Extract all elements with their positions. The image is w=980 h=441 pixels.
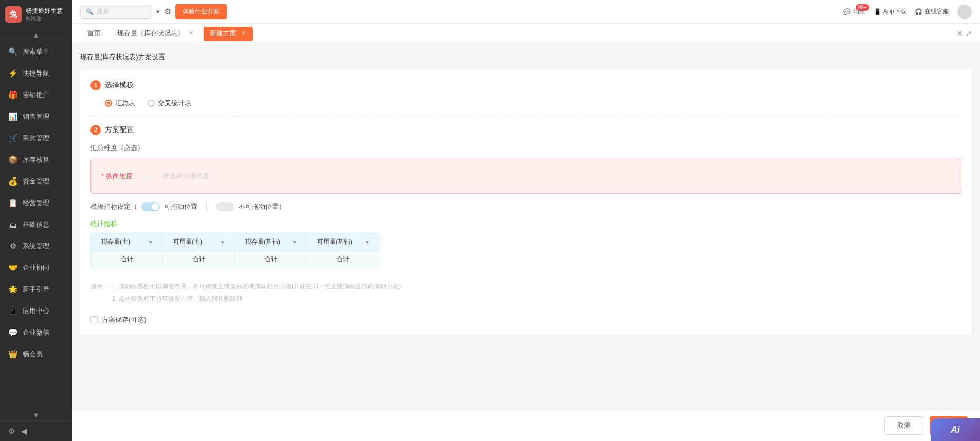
cancel-button[interactable]: 取消 [884, 416, 923, 435]
tab-inventory-close[interactable]: ✕ [187, 30, 194, 37]
ai-button[interactable]: Ai [931, 418, 980, 441]
sidebar-label-sales: 销售管理 [23, 112, 49, 121]
sidebar-item-enterprise-wechat[interactable]: 💬 企业微信 [0, 322, 72, 343]
sidebar-icon-search-menu: 🔍 [8, 47, 17, 57]
dimension-dash: —— [141, 173, 154, 180]
sidebar-label-base-info: 基础信息 [23, 220, 49, 229]
sidebar-header: 兔 畅捷通好生意 标准版 [0, 0, 72, 29]
stats-col-4-label: 可用量(基辅) [317, 237, 352, 246]
sidebar-item-vip[interactable]: 👑 畅会员 [0, 343, 72, 365]
save-checkbox[interactable] [90, 316, 98, 323]
service-label: 在线客服 [924, 7, 949, 16]
collapse-icon[interactable]: ◀ [21, 427, 27, 436]
sidebar-label-vip: 畅会员 [23, 350, 43, 359]
tab-new-scheme[interactable]: 新建方案 ✕ [204, 27, 253, 41]
template-radio-group: 汇总表 交叉统计表 [105, 99, 961, 108]
message-button[interactable]: 💬 消息 99+ [843, 7, 865, 16]
stats-label: 统计指标 [90, 219, 961, 229]
sidebar-item-finance[interactable]: 💰 资金管理 [0, 171, 72, 192]
sidebar-icon-base-info: 🗂 [8, 220, 17, 229]
radio-cross[interactable]: 交叉统计表 [148, 99, 191, 108]
stats-col-2-value: 合计 [163, 251, 235, 268]
topbar-gear-icon[interactable]: ⚙ [164, 7, 171, 16]
stats-body-row: 合计 合计 合计 合计 [91, 250, 379, 268]
app-download-button[interactable]: 📱 App下载 [874, 7, 906, 16]
topbar-right: 💬 消息 99+ 📱 App下载 🎧 在线客服 [843, 5, 972, 19]
stats-col-3-header[interactable]: 现存量(基辅) ▾ [235, 233, 307, 250]
search-box[interactable]: 🔍 搜索 [80, 5, 152, 19]
ai-label: Ai [951, 425, 960, 435]
close-panel-icon[interactable]: ✕ [956, 29, 963, 39]
sidebar-item-newbie[interactable]: 🌟 新手引导 [0, 279, 72, 300]
stats-col-3-value: 合计 [235, 251, 307, 268]
search-icon: 🔍 [86, 8, 94, 15]
sidebar-logo: 兔 [5, 6, 22, 23]
sidebar-icon-newbie: 🌟 [8, 285, 17, 294]
tab-new-scheme-close[interactable]: ✕ [240, 30, 247, 37]
sidebar-item-marketing[interactable]: 🎁 营销推广 [0, 84, 72, 106]
tab-bar: 首页 现存量（库存状况表） ✕ 新建方案 ✕ ✕ ⤢ [72, 24, 980, 44]
sidebar-item-enterprise[interactable]: 🤝 企业协同 [0, 257, 72, 279]
save-checkbox-label: 方案保存(可选) [102, 315, 147, 324]
trial-button[interactable]: 体验行业方案 [175, 4, 227, 19]
section-divider [90, 116, 961, 117]
stats-col-4-header[interactable]: 可用量(基辅) ▾ [307, 233, 379, 250]
sidebar-item-quick-nav[interactable]: ⚡ 快捷导航 [0, 63, 72, 84]
sidebar-label-purchase: 采购管理 [23, 134, 49, 143]
stats-col-2-header[interactable]: 可用量(主) ▾ [163, 233, 235, 250]
sidebar-icon-vip: 👑 [8, 350, 17, 359]
sidebar-icon-operation: 📋 [8, 198, 17, 208]
sidebar-item-operation[interactable]: 📋 经营管理 [0, 192, 72, 214]
step2-number: 2 [90, 125, 101, 135]
dimension-row: * 纵向维度 —— 请选择分组维度 [101, 172, 951, 181]
sidebar-icon-finance: 💰 [8, 177, 17, 186]
sidebar-item-app-center[interactable]: 📱 应用中心 [0, 300, 72, 322]
settings-icon[interactable]: ⚙ [8, 427, 15, 436]
message-icon: 💬 [843, 8, 851, 15]
sidebar-icon-system: ⚙ [8, 242, 17, 251]
sidebar-label-quick-nav: 快捷导航 [23, 69, 49, 78]
sidebar-item-inventory[interactable]: 📦 库存核算 [0, 149, 72, 171]
stats-col-4-value: 合计 [307, 251, 379, 268]
sidebar-item-system[interactable]: ⚙ 系统管理 [0, 235, 72, 257]
user-avatar[interactable] [957, 5, 972, 19]
online-service-button[interactable]: 🎧 在线客服 [915, 7, 949, 16]
sidebar-label-finance: 资金管理 [23, 177, 49, 186]
sidebar-item-search-menu[interactable]: 🔍 搜索菜单 [0, 41, 72, 63]
sidebar-item-base-info[interactable]: 🗂 基础信息 [0, 214, 72, 235]
stats-col-2-dropdown[interactable]: ▾ [221, 238, 224, 246]
sidebar-icon-sales: 📊 [8, 112, 17, 121]
draggable-toggle [141, 202, 160, 211]
tip-1-text: 1. 拖动标题栏可以调整布局，不可跨维度或指标区域拖动栏目字段(只能在同一维度或… [112, 280, 401, 292]
radio-summary[interactable]: 汇总表 [105, 99, 135, 108]
headset-icon: 🎧 [915, 8, 922, 15]
dimension-placeholder[interactable]: 请选择分组维度 [162, 172, 209, 181]
sidebar-footer: ⚙ ◀ [0, 421, 72, 441]
footer-bar: 取消 查询 [72, 410, 980, 441]
tab-inventory[interactable]: 现存量（库存状况表） ✕ [110, 25, 202, 43]
indicator-separator: | [206, 202, 208, 211]
sidebar-scroll-down[interactable]: ▼ [0, 409, 72, 421]
stats-col-1-dropdown[interactable]: ▾ [149, 238, 152, 246]
page-title: 现存量(库存状况表)方案设置 [80, 52, 972, 62]
tip-prefix: 提示： [90, 280, 109, 292]
sidebar-icon-enterprise-wechat: 💬 [8, 328, 17, 337]
stats-table: 现存量(主) ▾ 可用量(主) ▾ 现存量(基辅) ▾ 可用量(基辅) [90, 233, 379, 268]
sidebar-item-purchase[interactable]: 🛒 采购管理 [0, 127, 72, 149]
tab-home[interactable]: 首页 [80, 25, 108, 43]
sidebar-label-enterprise: 企业协同 [23, 263, 49, 272]
stats-col-3-dropdown[interactable]: ▾ [293, 238, 296, 246]
topbar-dropdown-icon[interactable]: ▾ [156, 8, 160, 15]
tabs-actions: ✕ ⤢ [956, 29, 972, 39]
tab-home-label: 首页 [87, 29, 101, 38]
stats-col-1-value: 合计 [91, 251, 163, 268]
template-indicator: 模板指标设定（ 可拖动位置 | 不可拖动位置） [90, 202, 961, 211]
sidebar-item-sales[interactable]: 📊 销售管理 [0, 106, 72, 127]
expand-panel-icon[interactable]: ⤢ [965, 29, 972, 39]
sidebar-scroll-up[interactable]: ▲ [0, 29, 72, 41]
stats-col-1-header[interactable]: 现存量(主) ▾ [91, 233, 163, 250]
app-icon: 📱 [874, 8, 881, 15]
sidebar-label-operation: 经营管理 [23, 198, 49, 208]
sidebar: 兔 畅捷通好生意 标准版 ▲ 🔍 搜索菜单 ⚡ 快捷导航 🎁 营销推广 📊 销售… [0, 0, 72, 441]
stats-col-4-dropdown[interactable]: ▾ [366, 238, 369, 246]
